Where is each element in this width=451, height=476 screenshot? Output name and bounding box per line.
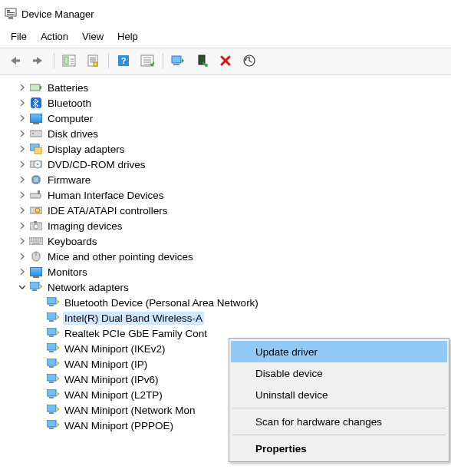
tree-label: Batteries: [46, 81, 90, 94]
back-button[interactable]: [3, 51, 26, 71]
tree-item-net-child[interactable]: Bluetooth Device (Personal Area Network): [3, 295, 448, 310]
update-driver-icon: [171, 55, 185, 67]
monitor-icon: [29, 266, 43, 278]
tree-item-network-adapters[interactable]: Network adapters: [3, 279, 448, 295]
tree-label: Monitors: [46, 266, 89, 279]
tree-item-bluetooth[interactable]: Bluetooth: [3, 95, 448, 111]
tree-label: Display adapters: [46, 143, 127, 156]
tree-item-mice[interactable]: Mice and other pointing devices: [3, 249, 448, 264]
titlebar: Device Manager: [0, 0, 451, 25]
chevron-right-icon[interactable]: [17, 266, 28, 277]
svg-rect-58: [47, 420, 56, 427]
firmware-chip-icon: [29, 174, 43, 186]
svg-rect-5: [15, 59, 20, 61]
arrow-left-icon: [8, 55, 21, 66]
menu-action[interactable]: Action: [35, 29, 74, 44]
tree-item-imaging[interactable]: Imaging devices: [3, 218, 448, 233]
context-item-label: Scan for hardware changes: [255, 416, 382, 428]
list-green-icon: [140, 55, 154, 67]
menu-file[interactable]: File: [5, 29, 33, 44]
chevron-right-icon[interactable]: [17, 113, 28, 124]
context-disable-device[interactable]: Disable device: [231, 362, 447, 384]
chevron-right-icon[interactable]: [17, 236, 28, 246]
svg-point-23: [32, 133, 34, 134]
tree-label: WAN Miniport (IPv6): [63, 373, 160, 386]
context-item-label: Disable device: [255, 368, 323, 379]
delete-x-icon: [219, 55, 232, 67]
svg-rect-42: [47, 297, 56, 304]
update-driver-button[interactable]: [166, 51, 189, 71]
console-tree-icon: [62, 55, 76, 67]
chevron-right-icon[interactable]: [17, 205, 28, 216]
arrow-right-icon: [31, 55, 45, 66]
show-hide-console-button[interactable]: [58, 51, 81, 71]
tree-item-hid[interactable]: Human Interface Devices: [3, 187, 448, 203]
network-device-icon: [46, 388, 60, 401]
tree-item-net-child-selected[interactable]: Intel(R) Dual Band Wireless-A: [3, 310, 448, 326]
svg-rect-49: [49, 351, 54, 352]
tree-label: Imaging devices: [46, 220, 124, 233]
menu-view[interactable]: View: [76, 29, 110, 44]
tree-label: WAN Miniport (L2TP): [63, 388, 164, 402]
toolbar: ?: [0, 48, 451, 75]
tree-item-batteries[interactable]: Batteries: [3, 80, 448, 95]
help-button[interactable]: ?: [112, 51, 135, 71]
chevron-right-icon[interactable]: [17, 220, 28, 231]
uninstall-device-button[interactable]: [214, 51, 237, 71]
toolbar-separator: [108, 53, 109, 68]
tree-item-firmware[interactable]: Firmware: [3, 172, 448, 187]
context-menu: Update driver Disable device Uninstall d…: [229, 338, 449, 462]
chevron-right-icon[interactable]: [17, 159, 28, 170]
tree-label: Computer: [46, 112, 94, 125]
chevron-right-icon[interactable]: [17, 190, 28, 200]
toolbar-separator: [163, 53, 163, 68]
tree-label: Network adapters: [46, 281, 130, 294]
context-scan-hardware[interactable]: Scan for hardware changes: [231, 411, 447, 432]
svg-rect-10: [94, 62, 97, 66]
context-separator: [232, 408, 446, 408]
tree-item-dvd-cd[interactable]: DVD/CD-ROM drives: [3, 157, 448, 172]
network-device-icon: [46, 358, 60, 370]
chevron-right-icon[interactable]: [17, 82, 28, 93]
svg-rect-45: [49, 320, 54, 322]
properties-button[interactable]: [81, 51, 104, 71]
context-update-driver[interactable]: Update driver: [231, 341, 447, 362]
svg-rect-48: [47, 343, 56, 350]
forward-button[interactable]: [27, 51, 50, 71]
context-item-label: Update driver: [255, 346, 318, 358]
context-item-label: Properties: [255, 443, 307, 455]
computer-icon: [29, 112, 43, 124]
tree-item-ide[interactable]: IDE ATA/ATAPI controllers: [3, 203, 448, 218]
tree-item-computer[interactable]: Computer: [3, 111, 448, 126]
tree-item-keyboards[interactable]: Keyboards: [3, 233, 448, 249]
scan-hardware-button[interactable]: [238, 51, 261, 71]
chevron-right-icon[interactable]: [17, 174, 28, 185]
chevron-right-icon[interactable]: [17, 128, 28, 139]
svg-point-33: [35, 208, 40, 213]
tree-item-monitors[interactable]: Monitors: [3, 264, 448, 279]
menu-help[interactable]: Help: [111, 29, 144, 44]
svg-rect-55: [49, 397, 54, 398]
tree-item-disk-drives[interactable]: Disk drives: [3, 126, 448, 141]
network-device-icon: [46, 419, 60, 431]
menubar: File Action View Help: [0, 25, 451, 48]
svg-rect-47: [49, 336, 54, 337]
chevron-right-icon[interactable]: [17, 98, 28, 108]
svg-rect-20: [40, 86, 41, 89]
chevron-right-icon[interactable]: [17, 144, 28, 154]
svg-rect-1: [7, 10, 10, 12]
device-manager-icon: [5, 8, 17, 20]
chevron-down-icon[interactable]: [17, 282, 28, 293]
context-uninstall-device[interactable]: Uninstall device: [231, 384, 447, 405]
enable-device-button[interactable]: [190, 51, 213, 71]
toolbar-separator: [54, 53, 54, 68]
tree-item-display-adapters[interactable]: Display adapters: [3, 141, 448, 157]
svg-rect-44: [47, 312, 56, 319]
chevron-right-icon[interactable]: [17, 251, 28, 262]
action-list-button[interactable]: [136, 51, 159, 71]
svg-rect-4: [8, 17, 13, 19]
svg-rect-46: [47, 328, 56, 335]
svg-rect-43: [49, 305, 54, 306]
svg-rect-59: [49, 428, 54, 429]
context-properties[interactable]: Properties: [231, 438, 447, 459]
